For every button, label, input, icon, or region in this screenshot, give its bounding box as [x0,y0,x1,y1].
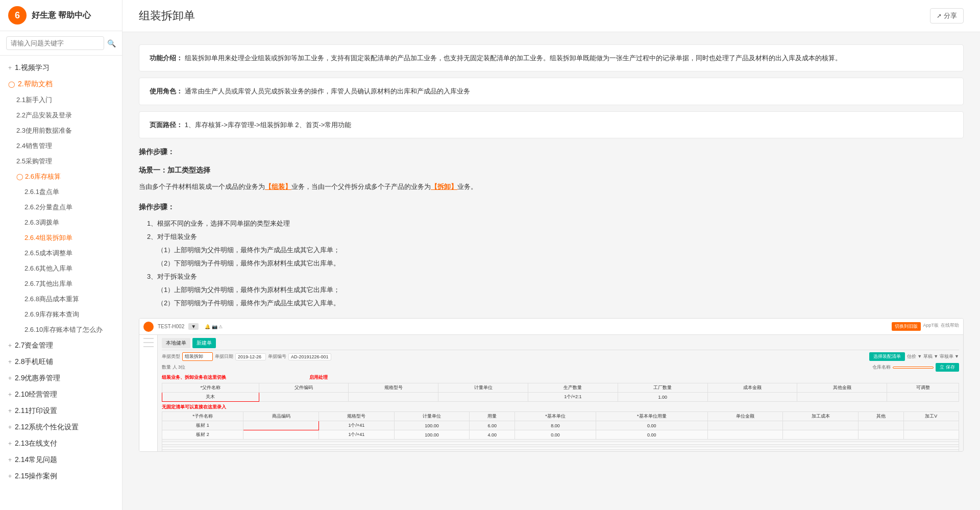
ss-form-row: 单据类型 组装拆卸 单据日期 2019-12-26 单据编号 AD-201912… [162,352,959,361]
sidebar-sub-2-4[interactable]: 2.4销售管理 [0,138,122,154]
ss-lth-10: 其他 [858,412,903,421]
expand-icon-1: + [8,64,12,71]
ss-sub-table-label: 无固定清单可以直接在这里录入 [162,404,959,410]
ss-main-area: 本地健单 新建单 单据类型 组装拆卸 单据日期 2019-12-26 单据编号 … [158,335,963,451]
ss-upper-row-1: 关木 1个/+2:1 1.00 [162,393,959,402]
ss-save-btn[interactable]: 立 保存 [936,363,959,372]
sidebar-sub-2-5[interactable]: 2.5采购管理 [0,154,122,169]
ss-warehouse-label: 仓库名称 [872,364,891,371]
sidebar-item-2-10[interactable]: + 2.10经营管理 [0,386,122,403]
nav-list: + 1.视频学习 ◯ 2.帮助文档 2.1新手入门 2.2产品安装及登录 2.3… [0,56,122,510]
ss-lcell-1-7: 0.00 [596,421,707,430]
ss-cell-prodqty-1: 1个/+2:1 [528,393,618,402]
expand-icon-2-6: ◯ [16,173,23,180]
ss-sidebar-icon-3 [143,346,154,347]
step-3-2: （2）下部明细为子件明细，最终作为产成品生成其它入库单。 [157,297,964,310]
search-icon[interactable]: 🔍 [107,39,116,47]
step-3-1: （1）上部明细为父件明细，最终作为原材料生成其它出库单； [157,283,964,297]
expand-icon-2-9: + [8,375,12,382]
sidebar-header: 6 好生意 帮助中心 [0,0,122,31]
ss-lower-row-1: 板材 1 1个/+41 100.00 6.00 8.00 0.00 [162,421,959,430]
expand-icon-2-7: + [8,342,12,349]
sidebar-item-1[interactable]: + 1.视频学习 [0,60,122,76]
sidebar-item-2-11[interactable]: + 2.11打印设置 [0,403,122,419]
ss-lcell-1-6: 8.00 [514,421,596,430]
sidebar-item-2-7[interactable]: + 2.7资金管理 [0,337,122,354]
logo-icon: 6 [8,6,27,25]
sidebar-item-2-15[interactable]: + 2.15操作案例 [0,468,122,484]
expand-icon-2-13: + [8,440,12,447]
step-list: 1、根据不同的业务，选择不同单据的类型来处理 2、对于组装业务 （1）上部明细为… [139,217,964,310]
ss-warehouse-input[interactable] [893,367,934,369]
ss-type-value[interactable]: 组装拆卸 [182,352,213,361]
ss-cell-code-1 [259,393,349,402]
path-label: 页面路径： [150,121,183,129]
ss-tab-local[interactable]: 本地健单 [162,338,190,348]
sidebar-item-2-8[interactable]: + 2.8手机旺铺 [0,354,122,370]
ss-cell-unit-1 [438,393,528,402]
ss-lcell-1-3: 1个/+41 [318,421,394,430]
sidebar-sub-2-6-9[interactable]: 2.6.9库存账本查询 [0,307,122,322]
ss-lcell-2-9 [783,430,859,440]
expand-icon-2: ◯ [8,81,15,88]
main: 组装拆卸单 ➚ 分享 功能介绍： 组装拆卸单用来处理企业组装或拆卸等加工业务，支… [122,0,980,510]
ss-th-spec: 规格型号 [349,383,438,393]
sidebar-item-2-9[interactable]: + 2.9优惠券管理 [0,370,122,386]
ss-annotation-row: 组装业务、拆卸业务在这里切换 启用处理 [162,374,959,381]
ss-date-value[interactable]: 2019-12-26 [235,353,266,360]
role-block: 使用角色： 通常由生产人员或库管人员完成拆装业务的操作，库管人员确认原材料的出库… [139,78,964,105]
search-input[interactable] [6,36,104,50]
ss-lcell-2-1: 板材 2 [162,430,243,440]
share-icon: ➚ [937,12,942,19]
ss-logo [143,322,154,332]
ss-sidebar-icon-2 [143,342,154,343]
sidebar-sub-2-6-1[interactable]: 2.6.1盘点单 [0,184,122,200]
sidebar-sub-2-6-3[interactable]: 2.6.3调拨单 [0,215,122,230]
ss-switch-btn[interactable]: 切换到旧版 [892,322,921,331]
sidebar-item-label-2-12: 2.12系统个性化设置 [15,423,79,432]
sidebar-sub-2-6-5[interactable]: 2.6.5成本调整单 [0,246,122,261]
path-block: 页面路径： 1、库存核算->库存管理->组装拆卸单 2、首页->常用功能 [139,111,964,138]
expand-icon-2-8: + [8,358,12,366]
ss-tab-new[interactable]: 新建单 [192,338,216,348]
ss-lower-row-2: 板材 2 1个/+41 100.00 4.00 0.00 0.00 [162,430,959,440]
sidebar-sub-2-3[interactable]: 2.3使用前数据准备 [0,123,122,138]
sidebar-sub-2-6[interactable]: ◯ 2.6库存核算 [0,169,122,184]
share-button[interactable]: ➚ 分享 [930,8,964,23]
expand-icon-2-14: + [8,456,12,464]
ss-lower-row-7 [162,450,959,452]
ss-topbar: TEST-H002 ▼ 🔔 📷 ⚠ 切换到旧版 AppT板 在线帮助 [139,319,963,335]
sidebar-sub-2-2[interactable]: 2.2产品安装及登录 [0,108,122,123]
sidebar-sub-2-6-4[interactable]: 2.6.4组装拆卸单 [0,230,122,246]
sidebar-item-2[interactable]: ◯ 2.帮助文档 [0,76,122,92]
op-steps-title: 操作步骤： [139,148,964,157]
step-3: 3、对于拆装业务 [147,270,964,283]
func-intro-label: 功能介绍： [150,54,183,62]
ss-confirm-btn[interactable]: 选择装配清单 [869,352,905,361]
scene1-title: 场景一：加工类型选择 [139,166,964,175]
ss-th-unit: 计量单位 [438,383,528,393]
sidebar-item-2-13[interactable]: + 2.13在线支付 [0,435,122,452]
ss-lcell-1-4: 100.00 [394,421,470,430]
ss-lcell-2-2 [243,430,319,440]
sidebar-item-label-2-9: 2.9优惠券管理 [15,374,60,383]
sidebar-item-2-12[interactable]: + 2.12系统个性化设置 [0,419,122,435]
sidebar-sub-2-6-7[interactable]: 2.6.7其他出库单 [0,276,122,292]
sidebar-sub-2-6-10[interactable]: 2.6.10库存账本错了怎么办 [0,322,122,337]
ss-lcell-2-10 [858,430,903,440]
func-intro-text: 组装拆卸单用来处理企业组装或拆卸等加工业务，支持有固定装配清单的产品加工业务，也… [185,54,842,62]
sidebar-sub-2-1[interactable]: 2.1新手入门 [0,92,122,108]
ss-lth-4: 计量单位 [394,412,470,421]
ss-no-value[interactable]: AD-20191226-001 [288,353,331,360]
scene1-desc: 当由多个子件材料组装成一个成品的业务为【组装】业务，当由一个父件拆分成多个子产品… [139,180,964,193]
sidebar-item-2-14[interactable]: + 2.14常见问题 [0,452,122,468]
step-2: 2、对于组装业务 [147,230,964,244]
sidebar-sub-2-6-2[interactable]: 2.6.2分量盘点单 [0,200,122,215]
step-2-2: （2）下部明细为子件明细，最终作为原材料生成其它出库单。 [157,257,964,270]
ss-lth-2: 商品编码 [243,412,319,421]
path-text: 1、库存核算->库存管理->组装拆卸单 2、首页->常用功能 [185,121,352,129]
expand-icon-2-12: + [8,424,12,431]
ss-lcell-2-3: 1个/+41 [318,430,394,440]
sidebar-sub-2-6-6[interactable]: 2.6.6其他入库单 [0,261,122,276]
sidebar-sub-2-6-8[interactable]: 2.6.8商品成本重算 [0,292,122,307]
